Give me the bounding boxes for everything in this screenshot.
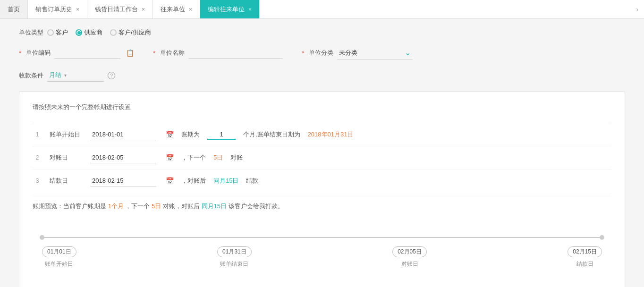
tab-partner-units-close[interactable]: × (189, 6, 192, 13)
timeline-node-3: 02月15日 结款日 (568, 246, 602, 268)
preview-reconcile-day: 5日 (152, 203, 161, 210)
unit-name-required: * (153, 50, 155, 57)
row-2-num: 2 (33, 154, 42, 161)
tab-home-label: 首页 (8, 5, 20, 14)
payment-terms-group: 收款条件 月结 ▾ ? (19, 69, 115, 82)
preview-suffix: 该客户会给我打款。 (229, 203, 284, 210)
row-3-day-highlight: 同月15日 (213, 177, 238, 185)
tabs-scroll-right[interactable]: › (630, 0, 644, 18)
main-content: 单位类型 客户 供应商 客户/供应商 * 单位编码 00000 (0, 19, 644, 287)
tab-partner-units-label: 往来单位 (161, 5, 185, 14)
row-1-calendar-icon[interactable]: 📅 (166, 131, 174, 138)
row-3-num: 3 (33, 177, 42, 184)
timeline-node-2-label: 对账日 (401, 260, 418, 268)
row-3-label: 结款日 (50, 177, 83, 185)
timeline-node-3-badge: 02月15日 (568, 246, 602, 257)
radio-both[interactable]: 客户/供应商 (110, 28, 151, 37)
row-1-end-date-highlight: 2018年01月31日 (308, 130, 354, 139)
unit-code-group: * 单位编码 000001 📋 (19, 47, 134, 59)
unit-type-group: 单位类型 客户 供应商 客户/供应商 (19, 28, 151, 37)
unit-category-value: 未分类 (339, 49, 403, 57)
row-3-prefix: ，对账后 (181, 177, 206, 185)
unit-name-input[interactable]: 河南供应商22 (188, 47, 283, 59)
row-1-date-input[interactable] (90, 129, 156, 140)
unit-category-select[interactable]: 未分类 ⌄ (337, 46, 413, 59)
unit-type-radio-group: 客户 供应商 客户/供应商 (47, 28, 151, 37)
row-3-calendar-icon[interactable]: 📅 (166, 177, 174, 185)
tab-edit-partner[interactable]: 编辑往来单位 × (200, 0, 260, 18)
row-1-label: 账单开始日 (50, 130, 83, 139)
unit-type-label: 单位类型 (19, 28, 43, 37)
unit-name-group: * 单位名称 河南供应商22 (153, 47, 283, 59)
preview-payment-day: 同月15日 (202, 203, 227, 210)
unit-category-label: 单位分类 (309, 49, 333, 57)
payment-terms-chevron-icon: ▾ (64, 73, 67, 78)
tab-edit-partner-label: 编辑往来单位 (208, 5, 245, 14)
row-2-prefix: ，下一个 (181, 153, 206, 162)
settings-card: 请按照未来的一个完整帐期进行设置 1 账单开始日 📅 账期为 个月,账单结束日期… (19, 91, 625, 287)
tab-edit-partner-close[interactable]: × (248, 6, 252, 13)
preview-section: 账期预览：当前客户账期是 1个月 ，下一个 5日 对账，对账后 同月15日 该客… (33, 196, 611, 220)
unit-category-group: * 单位分类 未分类 ⌄ (302, 46, 413, 59)
timeline-node-1: 01月31日 账单结束日 (217, 246, 252, 268)
timeline-node-3-label: 结款日 (576, 260, 593, 268)
unit-code-required: * (19, 50, 21, 57)
payment-terms-row: 收款条件 月结 ▾ ? (19, 69, 625, 82)
setting-row-2: 2 对账日 📅 ，下一个 5日 对账 (33, 146, 611, 169)
timeline-node-1-badge: 01月31日 (217, 246, 252, 257)
radio-customer-circle (47, 29, 54, 36)
radio-supplier-circle (76, 29, 82, 36)
payment-terms-help-icon[interactable]: ? (108, 72, 115, 79)
timeline-node-2: 02月05日 对账日 (392, 246, 427, 268)
row-2-calendar-icon[interactable]: 📅 (166, 154, 174, 161)
timeline-node-2-badge: 02月05日 (392, 246, 427, 257)
radio-supplier[interactable]: 供应商 (76, 28, 102, 37)
tab-cash-work-label: 钱货日清工作台 (95, 5, 138, 14)
radio-supplier-label: 供应商 (84, 28, 102, 37)
tab-cash-work[interactable]: 钱货日清工作台 × (87, 0, 153, 18)
unit-code-label: 单位编码 (26, 49, 51, 57)
tab-home[interactable]: 首页 (0, 0, 28, 18)
radio-both-circle (110, 29, 117, 36)
radio-customer[interactable]: 客户 (47, 28, 68, 37)
row-2-date-input[interactable] (90, 152, 156, 163)
radio-customer-label: 客户 (56, 28, 68, 37)
timeline: 01月01日 账单开始日 01月31日 账单结束日 02月05日 对账日 02月… (33, 220, 611, 278)
preview-middle1: ，下一个 (125, 203, 150, 210)
tab-partner-units[interactable]: 往来单位 × (153, 0, 200, 18)
row-3-date-input[interactable] (90, 175, 156, 186)
unit-type-row: 单位类型 客户 供应商 客户/供应商 (19, 28, 625, 37)
tab-cash-work-close[interactable]: × (142, 6, 145, 13)
unit-code-input[interactable]: 000001 (54, 47, 120, 59)
timeline-node-0-label: 账单开始日 (45, 260, 73, 268)
row-2-day-highlight: 5日 (213, 153, 223, 162)
tabs-bar: 首页 销售订单历史 × 钱货日清工作台 × 往来单位 × 编辑往来单位 × › (0, 0, 644, 19)
row-1-period-input[interactable] (207, 130, 236, 140)
setting-row-3: 3 结款日 📅 ，对账后 同月15日 结款 (33, 169, 611, 192)
tab-sales-history-close[interactable]: × (76, 6, 79, 13)
unit-name-label: 单位名称 (160, 49, 185, 57)
timeline-node-1-label: 账单结束日 (220, 260, 248, 268)
payment-terms-label: 收款条件 (19, 71, 43, 80)
payment-terms-select[interactable]: 月结 ▾ (47, 69, 104, 82)
row-1-suffix-before: 账期为 (181, 130, 200, 139)
preview-middle2: 对账，对账后 (163, 203, 200, 210)
unit-info-row: * 单位编码 000001 📋 * 单位名称 河南供应商22 * 单位分类 未分… (19, 46, 625, 59)
tab-sales-history-label: 销售订单历史 (35, 5, 72, 14)
unit-category-required: * (302, 50, 304, 57)
tab-sales-history[interactable]: 销售订单历史 × (28, 0, 87, 18)
timeline-node-0: 01月01日 账单开始日 (42, 246, 76, 268)
unit-category-arrow-icon: ⌄ (405, 48, 411, 57)
row-1-num: 1 (33, 131, 42, 138)
preview-period: 1个月 (108, 203, 124, 210)
timeline-node-0-badge: 01月01日 (42, 246, 76, 257)
row-3-suffix: 结款 (246, 177, 258, 185)
radio-both-label: 客户/供应商 (119, 28, 151, 37)
row-2-label: 对账日 (50, 153, 83, 162)
card-instruction: 请按照未来的一个完整帐期进行设置 (33, 103, 611, 111)
unit-code-copy-icon[interactable]: 📋 (126, 49, 134, 57)
setting-row-1: 1 账单开始日 📅 账期为 个月,账单结束日期为 2018年01月31日 (33, 123, 611, 146)
preview-prefix: 账期预览：当前客户账期是 (33, 203, 106, 210)
row-2-suffix: 对账 (230, 153, 243, 162)
payment-terms-value: 月结 (49, 71, 61, 79)
